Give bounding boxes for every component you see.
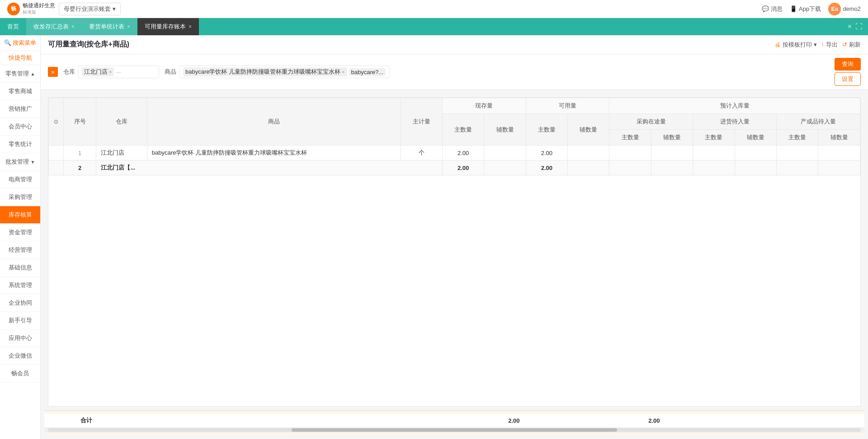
user-area[interactable]: Ea demo2 (828, 3, 861, 15)
tab-keyongliang[interactable]: 可用量库存账本 × (137, 18, 199, 35)
row-1-current-main: 2.00 (442, 146, 484, 160)
total-production-main (829, 414, 847, 427)
warehouse-label: 仓库 (63, 68, 75, 76)
sidebar-item-wholesale[interactable]: 批发管理 ▼ (0, 153, 40, 171)
query-btn[interactable]: 查询 (835, 58, 861, 71)
col-purchase-aux-header: 辅数量 (651, 130, 693, 146)
scrollbar-thumb (292, 428, 617, 432)
warehouse-more-icon[interactable]: ··· (116, 69, 121, 76)
sidebar-item-enterprise-label: 企业协同 (9, 299, 32, 307)
sidebar-search[interactable]: 🔍 搜索菜单 (0, 35, 40, 51)
sidebar-item-marketing[interactable]: 营销推广 (0, 100, 40, 118)
refresh-btn[interactable]: ↺ 刷新 (842, 41, 861, 49)
sidebar-item-finance[interactable]: 资金管理 (0, 224, 40, 241)
subtotal-current-main: 2.00 (442, 160, 484, 175)
warehouse-tag-container[interactable]: 江北门店 × ··· (78, 66, 159, 78)
search-icon: 🔍 (4, 39, 11, 46)
col-product-header: 商品 (147, 98, 401, 146)
logo-sub: 标准版 (23, 9, 55, 15)
username: demo2 (843, 5, 861, 12)
col-current-main-header: 主数量 (442, 114, 484, 146)
print-dropdown-icon: ▾ (814, 41, 817, 48)
product-tag-container[interactable]: babycare学饮杯 儿童防摔防撞吸管杯重力球吸嘴杯宝宝水杯 × babyca… (179, 66, 390, 78)
message-btn[interactable]: 💬 消息 (762, 5, 783, 13)
sidebar-item-retail-mgmt[interactable]: 零售管理 ▲ (0, 65, 40, 83)
sidebar-item-wechat[interactable]: 企业微信 (0, 347, 40, 365)
sidebar-item-vip[interactable]: 畅会员 (0, 365, 40, 382)
gear-icon[interactable]: ⚙ (53, 118, 59, 125)
row-1-index: 1 (64, 146, 96, 160)
app-download-btn[interactable]: 📱 App下载 (790, 5, 821, 13)
row-1-unit: 个 (401, 146, 442, 160)
sidebar-item-member[interactable]: 会员中心 (0, 118, 40, 136)
sidebar-item-enterprise[interactable]: 企业协同 (0, 294, 40, 312)
col-currentstock-header: 现存量 (442, 98, 526, 114)
tab-yaohuo-label: 要货单统计表 (89, 23, 124, 31)
sidebar-item-basics[interactable]: 基础信息 (0, 259, 40, 277)
col-avail-main-header: 主数量 (526, 114, 567, 146)
store-selector[interactable]: 母婴行业演示账套 ▾ (59, 3, 121, 15)
sidebar-item-retail-mgmt-label: 零售管理 (5, 70, 29, 78)
col-incoming-group-header: 进货待入量 (693, 114, 777, 130)
row-1-avail-aux (568, 146, 609, 160)
sidebar-item-system[interactable]: 系统管理 (0, 277, 40, 294)
tab-yaohuo[interactable]: 要货单统计表 × (82, 18, 137, 35)
scrollbar-track (48, 428, 861, 432)
store-name: 母婴行业演示账套 (64, 5, 111, 13)
print-btn[interactable]: 🖨 按模板打印 ▾ (775, 41, 817, 49)
top-bar-left: 畅 畅捷通好生意 标准版 母婴行业演示账套 ▾ (7, 2, 121, 16)
expand-filter-btn[interactable]: » (48, 67, 58, 77)
quicknav-label: 快捷导航 (9, 54, 32, 61)
content-area: 可用量查询(按仓库+商品) 🖨 按模板打印 ▾ ↑ 导出 ↺ 刷新 » (41, 35, 868, 439)
sidebar-item-ecommerce-label: 电商管理 (9, 175, 32, 184)
sidebar-item-operations[interactable]: 经营管理 (0, 241, 40, 259)
sidebar-item-system-label: 系统管理 (9, 281, 32, 289)
sidebar-item-newguide-label: 新手引导 (9, 316, 32, 325)
subtotal-production-main (777, 160, 818, 175)
sidebar-item-newguide[interactable]: 新手引导 (0, 312, 40, 330)
product-tag-1-remove[interactable]: × (342, 69, 344, 75)
expand-btn[interactable]: ⛶ (855, 23, 863, 31)
sidebar-item-inventory[interactable]: 库存核算 (0, 206, 40, 224)
setting-btn[interactable]: 设置 (835, 72, 861, 86)
row-1-product: babycare学饮杯 儿童防摔防撞吸管杯重力球吸嘴杯宝宝水杯 (147, 146, 401, 160)
sidebar-item-retail-stats[interactable]: 零售统计 (0, 136, 40, 153)
logo-icon: 畅 (7, 3, 20, 15)
tab-home[interactable]: 首页 (0, 18, 26, 35)
close-all-btn[interactable]: × (848, 23, 852, 31)
product-tag-2-value: babycare?... (351, 69, 384, 76)
filter-actions: 查询 设置 (835, 58, 861, 86)
bottom-scrollbar[interactable] (44, 427, 864, 433)
sidebar: 🔍 搜索菜单 快捷导航 零售管理 ▲ 零售商城 营销推广 会员中心 零售统计 批… (0, 35, 41, 439)
refresh-label: 刷新 (849, 41, 861, 49)
sidebar-item-purchase[interactable]: 采购管理 (0, 189, 40, 206)
row-1-incoming-aux (735, 146, 776, 160)
tab-shoufacun-label: 收发存汇总表 (33, 23, 69, 31)
subtotal-incoming-main (693, 160, 735, 175)
sidebar-search-label: 搜索菜单 (13, 39, 36, 46)
col-avail-aux-header: 辅数量 (568, 114, 609, 146)
sidebar-item-appcenter[interactable]: 应用中心 (0, 330, 40, 347)
row-1-incoming-main (693, 146, 735, 160)
subtotal-avail-main: 2.00 (526, 160, 567, 175)
sidebar-item-finance-label: 资金管理 (9, 228, 32, 236)
sidebar-item-retail-mall[interactable]: 零售商城 (0, 83, 40, 100)
nav-right-actions: × ⛶ (848, 23, 868, 31)
warehouse-tag-remove[interactable]: × (109, 69, 112, 75)
warehouse-tag: 江北门店 × (82, 67, 114, 76)
page-header: 可用量查询(按仓库+商品) 🖨 按模板打印 ▾ ↑ 导出 ↺ 刷新 (41, 35, 868, 54)
export-btn[interactable]: ↑ 导出 (821, 41, 838, 49)
sidebar-quicknav[interactable]: 快捷导航 (0, 51, 40, 65)
total-incoming-aux (812, 414, 830, 427)
sidebar-item-retail-mall-label: 零售商城 (9, 87, 32, 95)
tab-keyongliang-close[interactable]: × (189, 24, 192, 30)
tab-shoufacun[interactable]: 收发存汇总表 × (26, 18, 82, 35)
tab-shoufacun-close[interactable]: × (71, 24, 75, 30)
filter-bar: » 仓库 江北门店 × ··· 商品 babycare学饮杯 儿童防摔防撞吸管杯… (41, 54, 868, 90)
total-avail-aux (689, 414, 759, 427)
total-unit-cell (426, 414, 479, 427)
subtotal-purchase-main (609, 160, 651, 175)
sidebar-item-ecommerce[interactable]: 电商管理 (0, 171, 40, 189)
col-index-header: 序号 (64, 98, 96, 146)
tab-yaohuo-close[interactable]: × (127, 24, 130, 30)
